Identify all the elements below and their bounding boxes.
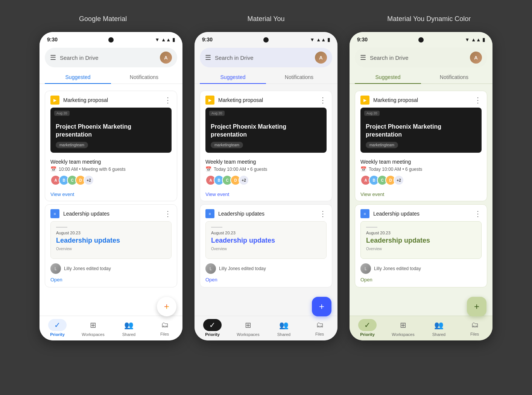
view-event-link-2[interactable]: View event <box>200 191 332 201</box>
nav-workspaces-2[interactable]: ⊞ Workspaces <box>230 319 266 337</box>
lilly-text-3: Lilly Jones edited today <box>374 266 421 271</box>
lilly-text-1: Lilly Jones edited today <box>64 266 111 271</box>
plus-count-2: +2 <box>239 175 249 185</box>
card-marketing-2: ▶ Marketing proposal ⋮ Aug 20 Project Ph… <box>200 91 332 201</box>
nav-workspaces-3[interactable]: ⊞ Workspaces <box>385 319 421 337</box>
open-link-1[interactable]: Open <box>45 277 177 287</box>
signal-icon-1: ▲▲ <box>161 37 171 43</box>
meeting-time-text-1: 10:00 AM • Meeting with 6 guests <box>59 167 126 172</box>
meeting-time-3: 📅 Today 10:00 AM • 6 guests <box>360 166 482 172</box>
more-icon-leadership-3[interactable]: ⋮ <box>474 209 482 218</box>
nav-priority-label-2: Priority <box>205 332 220 337</box>
avatars-row-2: A B C D +2 <box>205 175 327 185</box>
search-bar-1[interactable]: ☰ Search in Drive A <box>45 48 177 67</box>
hamburger-icon-2[interactable]: ☰ <box>205 53 211 62</box>
status-time-2: 9:30 <box>202 36 213 43</box>
card-title-marketing-2: Marketing proposal <box>218 97 319 103</box>
doc-title-3: Leadership updates <box>366 237 476 245</box>
signal-icon-3: ▲▲ <box>471 37 481 43</box>
pres-label-3: Aug 20 <box>364 111 380 116</box>
tab-notifications-2[interactable]: Notifications <box>266 71 332 84</box>
search-bar-2[interactable]: ☰ Search in Drive A <box>200 48 332 67</box>
more-icon-leadership-2[interactable]: ⋮ <box>319 209 327 218</box>
nav-workspaces-1[interactable]: ⊞ Workspaces <box>75 319 111 337</box>
open-link-2[interactable]: Open <box>200 277 332 287</box>
doc-title-1: Leadership updates <box>56 237 166 245</box>
nav-files-2[interactable]: 🗂 Files <box>302 319 337 337</box>
nav-workspaces-label-2: Workspaces <box>237 332 259 337</box>
search-bar-3[interactable]: ☰ Search in Drive A <box>355 48 487 67</box>
nav-workspaces-pill-3: ⊞ <box>397 319 409 331</box>
search-text-2: Search in Drive <box>215 55 311 61</box>
page-wrapper: Google Material Material You Material Yo… <box>0 0 532 395</box>
pres-label-2: Aug 20 <box>209 111 225 116</box>
meeting-time-2: 📅 Today 10:00 AM • 6 guests <box>205 166 327 172</box>
more-icon-2[interactable]: ⋮ <box>319 96 327 105</box>
bottom-nav-2: ✓ Priority ⊞ Workspaces 👥 Shared <box>195 316 337 340</box>
nav-files-label-3: Files <box>470 332 479 336</box>
more-icon-leadership-1[interactable]: ⋮ <box>164 209 172 218</box>
meeting-time-text-3: Today 10:00 AM • 6 guests <box>369 167 422 172</box>
pres-chip-2: marketingteam <box>211 142 243 148</box>
fab-3[interactable]: + <box>467 297 486 316</box>
status-time-3: 9:30 <box>357 36 368 43</box>
view-event-link-3[interactable]: View event <box>355 191 487 201</box>
pres-chip-1: marketingteam <box>56 142 88 148</box>
open-link-3[interactable]: Open <box>355 277 487 287</box>
lilly-avatar-2: L <box>205 263 216 274</box>
tab-notifications-3[interactable]: Notifications <box>421 71 487 84</box>
workspaces-icon-3: ⊞ <box>400 321 406 330</box>
nav-shared-3[interactable]: 👥 Shared <box>421 319 457 337</box>
meeting-time-text-2: Today 10:00 AM • 6 guests <box>214 167 267 172</box>
nav-files-3[interactable]: 🗂 Files <box>457 319 492 337</box>
section-title-google-material: Google Material <box>22 15 184 23</box>
pres-title-3: Project Phoenix Marketing presentation <box>366 123 476 139</box>
card-header-marketing-2: ▶ Marketing proposal ⋮ <box>200 91 332 108</box>
shared-icon-3: 👥 <box>434 321 444 330</box>
doc-title-2: Leadership updates <box>211 237 321 245</box>
nav-priority-3[interactable]: ✓ Priority <box>350 319 385 337</box>
nav-files-1[interactable]: 🗂 Files <box>147 319 182 337</box>
hamburger-icon-1[interactable]: ☰ <box>50 53 56 62</box>
files-icon-2: 🗂 <box>316 321 324 329</box>
meeting-section-3: Weekly team meeting 📅 Today 10:00 AM • 6… <box>355 156 487 188</box>
calendar-icon-3: 📅 <box>360 166 366 172</box>
nav-priority-2[interactable]: ✓ Priority <box>195 319 230 337</box>
nav-priority-1[interactable]: ✓ Priority <box>40 319 75 337</box>
camera-dot-1 <box>108 37 114 43</box>
lilly-avatar-3: L <box>360 263 371 274</box>
card-header-leadership-1: ≡ Leadership updates ⋮ <box>45 205 177 221</box>
lilly-text-2: Lilly Jones edited today <box>219 266 266 271</box>
tab-suggested-2[interactable]: Suggested <box>200 71 266 84</box>
nav-shared-label-3: Shared <box>432 332 445 337</box>
phones-row: 9:30 ▼ ▲▲ ▮ ☰ Search in Drive A Suggeste… <box>8 32 524 340</box>
tab-suggested-3[interactable]: Suggested <box>355 71 421 84</box>
fab-2[interactable]: + <box>312 297 331 316</box>
doc-thumb-2: August 20.23 Leadership updates Overview <box>205 221 327 259</box>
hamburger-icon-3[interactable]: ☰ <box>360 53 366 62</box>
bottom-nav-1: ✓ Priority ⊞ Workspaces 👥 Shared <box>40 316 182 340</box>
view-event-link-1[interactable]: View event <box>45 191 177 201</box>
doc-date-3: August 20.23 <box>366 231 476 235</box>
content-2: ▶ Marketing proposal ⋮ Aug 20 Project Ph… <box>195 84 337 316</box>
status-bar-3: 9:30 ▼ ▲▲ ▮ <box>350 32 492 45</box>
calendar-icon-2: 📅 <box>205 166 211 172</box>
camera-dot-2 <box>263 37 269 43</box>
card-header-marketing-1: ▶ Marketing proposal ⋮ <box>45 91 177 108</box>
doc-thumb-3: August 20.23 Leadership updates Overview <box>360 221 482 259</box>
tabs-2: Suggested Notifications <box>195 71 337 84</box>
plus-count-1: +2 <box>84 175 94 185</box>
tab-notifications-1[interactable]: Notifications <box>111 71 177 84</box>
lilly-avatar-1: L <box>50 263 61 274</box>
fab-icon-2: + <box>319 301 324 312</box>
battery-icon-2: ▮ <box>327 37 330 43</box>
meeting-time-1: 📅 10:00 AM • Meeting with 6 guests <box>50 166 172 172</box>
nav-shared-1[interactable]: 👥 Shared <box>111 319 147 337</box>
fab-1[interactable]: + <box>157 297 176 316</box>
more-icon-1[interactable]: ⋮ <box>164 96 172 105</box>
tab-suggested-1[interactable]: Suggested <box>45 71 111 84</box>
card-leadership-2: ≡ Leadership updates ⋮ August 20.23 Lead… <box>200 204 332 287</box>
more-icon-3[interactable]: ⋮ <box>474 96 482 105</box>
nav-shared-2[interactable]: 👥 Shared <box>266 319 302 337</box>
pres-chip-3: marketingteam <box>366 142 398 148</box>
